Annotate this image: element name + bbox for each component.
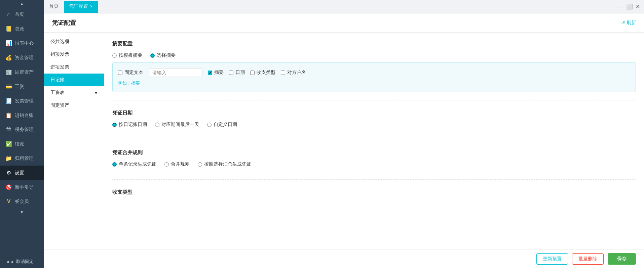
assets-icon: 🏢 bbox=[5, 69, 12, 75]
radio-select-input[interactable] bbox=[150, 53, 155, 58]
radio-template-input[interactable] bbox=[112, 53, 117, 58]
checkbox-summary-label: 摘要 bbox=[214, 70, 224, 76]
checkbox-fixed-text-input[interactable] bbox=[118, 71, 122, 75]
radio-journal-date[interactable]: 按日记账日期 bbox=[112, 122, 147, 128]
salary-icon: 💳 bbox=[5, 83, 12, 90]
left-nav-fixed-assets[interactable]: 固定资产 bbox=[44, 99, 104, 112]
section-summary-config: 摘要配置 按模板摘要 选择摘要 固定文本 bbox=[112, 41, 636, 100]
radio-period-last-input[interactable] bbox=[155, 123, 159, 127]
member-icon: V bbox=[5, 198, 12, 205]
checkbox-counterpart-input[interactable] bbox=[281, 71, 285, 75]
checkbox-fixed-text[interactable]: 固定文本 bbox=[118, 70, 143, 76]
sidebar-item-assets[interactable]: 🏢 固定资产 bbox=[0, 65, 44, 79]
sidebar-item-tax[interactable]: 🏛 税务管理 bbox=[0, 123, 44, 137]
radio-merge-label: 合并规则 bbox=[171, 161, 190, 167]
radio-select[interactable]: 选择摘要 bbox=[150, 52, 176, 58]
checkbox-income-type[interactable]: 收支类型 bbox=[250, 70, 275, 76]
radio-summary-label: 按照选择汇总生成凭证 bbox=[204, 161, 251, 167]
tab-voucher-config[interactable]: 凭证配置 × bbox=[64, 1, 98, 13]
radio-period-last[interactable]: 对应期间最后一天 bbox=[155, 122, 199, 128]
refresh-button[interactable]: ↺ 刷新 bbox=[621, 20, 636, 26]
save-button[interactable]: 保存 bbox=[608, 253, 636, 265]
bottom-bar: 更新预置 批量删除 保存 bbox=[44, 250, 644, 268]
radio-select-label: 选择摘要 bbox=[157, 52, 176, 58]
summary-checkboxes-row: 固定文本 摘要 日期 收支类型 bbox=[118, 68, 630, 77]
window-minimize-button[interactable]: — bbox=[618, 4, 623, 10]
content-area: 公共选项 销项发票 进项发票 日记账 工资表 ▾ 固定资产 摘要配置 bbox=[44, 33, 644, 250]
sidebar-item-salary[interactable]: 💳 工资 bbox=[0, 79, 44, 94]
radio-single[interactable]: 单条记录生成凭证 bbox=[112, 161, 156, 167]
radio-summary-input[interactable] bbox=[198, 162, 202, 167]
checkbox-date[interactable]: 日期 bbox=[229, 70, 245, 76]
window-close-button[interactable]: ✕ bbox=[636, 3, 640, 10]
left-nav-purchase-invoice[interactable]: 进项发票 bbox=[44, 61, 104, 74]
section-merge-rules: 凭证合并规则 单条记录生成凭证 合并规则 按照选择汇总生成凭证 bbox=[112, 149, 636, 180]
unpin-icon: ◄◄ bbox=[5, 259, 14, 264]
checkbox-summary-input[interactable] bbox=[208, 71, 212, 75]
section-voucher-date: 凭证日期 按日记账日期 对应期间最后一天 自定义日期 bbox=[112, 110, 636, 140]
left-nav-purchase-invoice-label: 进项发票 bbox=[50, 64, 69, 70]
left-nav-fixed-assets-label: 固定资产 bbox=[50, 102, 69, 108]
radio-custom-date-label: 自定义日期 bbox=[214, 122, 237, 128]
radio-custom-date-input[interactable] bbox=[207, 123, 212, 127]
radio-journal-date-input[interactable] bbox=[112, 123, 117, 127]
fixed-text-input[interactable] bbox=[149, 68, 202, 77]
chevron-down-icon: ▾ bbox=[95, 90, 97, 95]
right-content: 摘要配置 按模板摘要 选择摘要 固定文本 bbox=[104, 33, 644, 250]
sidebar-item-archive[interactable]: 📁 归档管理 bbox=[0, 151, 44, 166]
sidebar-item-guide[interactable]: 🎯 新手引导 bbox=[0, 180, 44, 194]
sidebar-item-sales-ledger[interactable]: 📋 进销台账 bbox=[0, 108, 44, 123]
radio-single-input[interactable] bbox=[112, 162, 117, 167]
sidebar-scroll-down[interactable]: ▼ bbox=[0, 209, 44, 216]
checkbox-summary[interactable]: 摘要 bbox=[208, 70, 224, 76]
sidebar-label-home: 首页 bbox=[15, 11, 24, 17]
checkbox-counterpart[interactable]: 对方户名 bbox=[281, 70, 306, 76]
radio-summary[interactable]: 按照选择汇总生成凭证 bbox=[198, 161, 251, 167]
ledger-icon: 📒 bbox=[5, 26, 12, 32]
tab-home[interactable]: 首页 bbox=[44, 1, 64, 13]
example-text: 例如：摘要 bbox=[118, 80, 630, 86]
sidebar-label-sales-ledger: 进销台账 bbox=[15, 113, 34, 119]
refresh-icon: ↺ bbox=[621, 20, 625, 26]
tab-home-label: 首页 bbox=[49, 3, 59, 9]
radio-template-label: 按模板摘要 bbox=[119, 52, 142, 58]
sidebar-item-home[interactable]: ⌂ 首页 bbox=[0, 7, 44, 21]
home-icon: ⌂ bbox=[5, 11, 12, 17]
radio-merge-input[interactable] bbox=[164, 162, 169, 167]
sidebar-item-member[interactable]: V 畅会员 bbox=[0, 194, 44, 209]
sidebar-item-ledger[interactable]: 📒 总账 bbox=[0, 21, 44, 36]
left-nav-sales-invoice[interactable]: 销项发票 bbox=[44, 48, 104, 61]
radio-custom-date[interactable]: 自定义日期 bbox=[207, 122, 237, 128]
radio-merge[interactable]: 合并规则 bbox=[164, 161, 190, 167]
left-nav-journal[interactable]: 日记账 bbox=[44, 74, 104, 86]
radio-single-label: 单条记录生成凭证 bbox=[119, 161, 156, 167]
sidebar-item-funds[interactable]: 💰 资金管理 bbox=[0, 50, 44, 65]
settings-icon: ⚙ bbox=[5, 170, 12, 176]
tab-voucher-config-label: 凭证配置 bbox=[69, 3, 88, 9]
radio-template[interactable]: 按模板摘要 bbox=[112, 52, 142, 58]
sales-ledger-icon: 📋 bbox=[5, 112, 12, 119]
checkbox-date-input[interactable] bbox=[229, 71, 233, 75]
sidebar-label-checkout: 结账 bbox=[15, 141, 24, 147]
sidebar-label-archive: 归档管理 bbox=[15, 155, 34, 162]
sidebar-item-invoice[interactable]: 🧾 发票管理 bbox=[0, 94, 44, 108]
tab-close-icon[interactable]: × bbox=[90, 4, 92, 9]
section-income-expense-title: 收支类型 bbox=[112, 189, 636, 195]
left-nav-public[interactable]: 公共选项 bbox=[44, 35, 104, 48]
update-preview-button[interactable]: 更新预置 bbox=[536, 253, 568, 265]
sidebar-item-reports[interactable]: 📊 报表中心 bbox=[0, 36, 44, 50]
sidebar-label-salary: 工资 bbox=[15, 84, 24, 90]
sidebar-label-guide: 新手引导 bbox=[15, 184, 34, 190]
section-merge-rules-title: 凭证合并规则 bbox=[112, 149, 636, 156]
batch-delete-button[interactable]: 批量删除 bbox=[572, 253, 604, 265]
guide-icon: 🎯 bbox=[5, 184, 12, 190]
sidebar-scroll-up[interactable]: ▲ bbox=[0, 0, 44, 7]
checkbox-income-type-input[interactable] bbox=[250, 71, 255, 75]
window-maximize-button[interactable]: ⬜ bbox=[626, 3, 633, 10]
sidebar-unpin[interactable]: ◄◄ 取消固定 bbox=[0, 255, 44, 268]
page-header: 凭证配置 ↺ 刷新 bbox=[44, 13, 644, 33]
left-nav-payroll[interactable]: 工资表 ▾ bbox=[44, 86, 104, 99]
left-nav-sales-invoice-label: 销项发票 bbox=[50, 51, 69, 57]
sidebar-item-settings[interactable]: ⚙ 设置 bbox=[0, 166, 44, 180]
sidebar-item-checkout[interactable]: ✅ 结账 bbox=[0, 137, 44, 151]
